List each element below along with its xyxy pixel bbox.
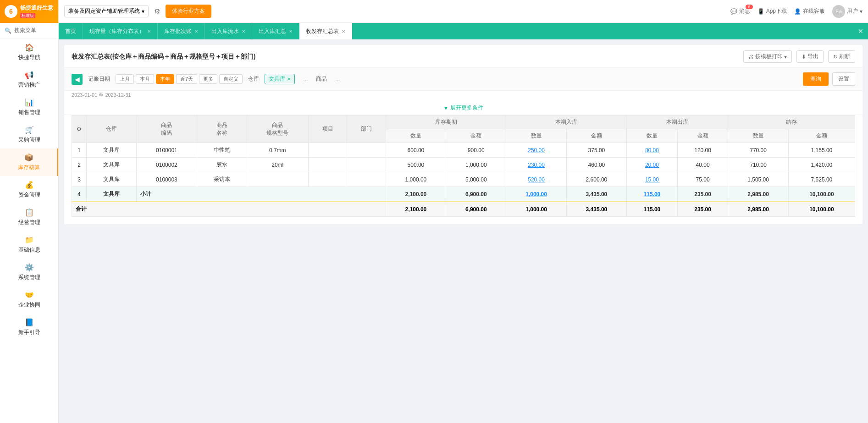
warehouse-more-dots[interactable]: ... bbox=[300, 76, 310, 82]
tab-close-all[interactable]: ✕ bbox=[853, 23, 868, 39]
row-spec: 20ml bbox=[247, 158, 308, 172]
expand-icon: ▼ bbox=[443, 105, 449, 111]
system-selector[interactable]: 装备及固定资产辅助管理系统 ▾ bbox=[64, 5, 149, 17]
row-out-qty[interactable]: 15.00 bbox=[627, 172, 678, 187]
row-open-qty: 600.00 bbox=[386, 143, 446, 158]
subtotal-in-amt: 3,435.00 bbox=[566, 187, 626, 202]
online-service-btn[interactable]: 👤 在线客服 bbox=[794, 7, 825, 15]
sidebar-item-inventory[interactable]: 📦 库存核算 bbox=[0, 148, 58, 176]
row-name: 采访本 bbox=[197, 172, 247, 187]
query-btn[interactable]: 查询 bbox=[803, 72, 829, 86]
row-spec: 0.7mm bbox=[247, 143, 308, 158]
sidebar: 6 畅捷通好生意 标准版 🔍 搜索菜单 🏠 快捷导航 📢 营销推广 📊 销售管理… bbox=[0, 0, 59, 423]
filter-collapse-btn[interactable]: ◀ bbox=[72, 74, 83, 85]
sidebar-search[interactable]: 🔍 搜索菜单 bbox=[0, 23, 58, 38]
table-settings-icon-header[interactable]: ⚙ bbox=[72, 115, 87, 143]
date-btn-custom[interactable]: 自定义 bbox=[219, 74, 243, 84]
finance-icon: 💰 bbox=[25, 181, 34, 189]
tab-recv-send[interactable]: 收发存汇总表 ✕ bbox=[299, 23, 352, 39]
col-header-outbound: 本期出库 bbox=[627, 115, 728, 129]
export-icon: ⬇ bbox=[802, 54, 806, 60]
purchase-icon: 🛒 bbox=[25, 126, 34, 134]
subtotal-out-qty[interactable]: 115.00 bbox=[627, 187, 678, 202]
sidebar-item-guide[interactable]: 📘 新手引导 bbox=[0, 313, 58, 341]
expand-conditions-btn[interactable]: ▼ 展开更多条件 bbox=[443, 104, 484, 112]
subtotal-open-qty: 2,100.00 bbox=[386, 187, 446, 202]
table-settings-btn[interactable]: 设置 bbox=[832, 72, 855, 86]
total-in-qty: 1,000.00 bbox=[506, 202, 566, 217]
goods-more-dots[interactable]: ... bbox=[332, 76, 343, 82]
warehouse-tag-close[interactable]: ✕ bbox=[287, 77, 291, 82]
date-btn-more[interactable]: 更多 bbox=[199, 74, 217, 84]
tab-flow[interactable]: 出入库流水 ✕ bbox=[205, 23, 252, 39]
refresh-btn[interactable]: ↻ 刷新 bbox=[828, 50, 855, 63]
row-in-amt: 2,600.00 bbox=[566, 172, 626, 187]
total-bal-amt: 10,100.00 bbox=[788, 202, 855, 217]
date-btn-7days[interactable]: 近7天 bbox=[176, 74, 197, 84]
date-btn-this-year[interactable]: 本年 bbox=[156, 74, 174, 84]
page-card: 收发存汇总表(按仓库＋商品编码＋商品＋规格型号＋项目＋部门) 🖨 按模板打印 ▾… bbox=[64, 45, 862, 224]
date-btn-last-month[interactable]: 上月 bbox=[116, 74, 134, 84]
sidebar-system-label: 系统管理 bbox=[18, 274, 40, 281]
sidebar-item-operations[interactable]: 📋 经营管理 bbox=[0, 203, 58, 231]
sidebar-item-basic[interactable]: 📁 基础信息 bbox=[0, 231, 58, 258]
table-row: 2 文具库 0100002 胶水 20ml 500.00 1,000.00 23… bbox=[72, 158, 855, 172]
total-out-amt: 235.00 bbox=[677, 202, 728, 217]
row-in-qty[interactable]: 230.00 bbox=[506, 158, 566, 172]
tab-home[interactable]: 首页 bbox=[59, 23, 83, 39]
row-out-amt: 120.00 bbox=[677, 143, 728, 158]
export-btn[interactable]: ⬇ 导出 bbox=[796, 50, 824, 63]
tab-close-batch[interactable]: ✕ bbox=[194, 29, 198, 34]
messages-btn[interactable]: 💬 消息 6 bbox=[730, 7, 750, 15]
tab-close-summary[interactable]: ✕ bbox=[289, 29, 293, 34]
tab-stock-dist[interactable]: 现存量（库存分布表） ✕ bbox=[83, 23, 158, 39]
chevron-down-icon: ▾ bbox=[142, 8, 144, 15]
subtotal-bal-qty: 2,985.00 bbox=[728, 187, 788, 202]
total-open-qty: 2,100.00 bbox=[386, 202, 446, 217]
row-out-amt: 40.00 bbox=[677, 158, 728, 172]
app-download-btn[interactable]: 📱 App下载 bbox=[757, 7, 787, 15]
tab-close-stock-dist[interactable]: ✕ bbox=[147, 29, 151, 34]
subtotal-warehouse: 文具库 bbox=[87, 187, 137, 202]
row-in-amt: 460.00 bbox=[566, 158, 626, 172]
row-in-qty[interactable]: 520.00 bbox=[506, 172, 566, 187]
tab-close-flow[interactable]: ✕ bbox=[242, 29, 245, 34]
inventory-icon: 📦 bbox=[24, 153, 33, 162]
date-btn-this-month[interactable]: 本月 bbox=[136, 74, 154, 84]
row-out-qty[interactable]: 20.00 bbox=[627, 158, 678, 172]
tab-batch[interactable]: 库存批次账 ✕ bbox=[158, 23, 205, 39]
refresh-icon: ↻ bbox=[833, 54, 838, 60]
sidebar-purchase-label: 采购管理 bbox=[18, 136, 40, 144]
sidebar-item-quicknav[interactable]: 🏠 快捷导航 bbox=[0, 38, 58, 66]
warehouse-tag-text: 文具库 bbox=[269, 75, 285, 83]
print-btn[interactable]: 🖨 按模板打印 ▾ bbox=[743, 50, 792, 63]
sidebar-marketing-label: 营销推广 bbox=[18, 81, 40, 89]
tab-summary[interactable]: 出入库汇总 ✕ bbox=[252, 23, 299, 39]
trial-button[interactable]: 体验行业方案 bbox=[166, 5, 211, 18]
sidebar-item-finance[interactable]: 💰 资金管理 bbox=[0, 176, 58, 203]
service-icon: 👤 bbox=[794, 8, 801, 15]
gear-icon[interactable]: ⚙ bbox=[154, 7, 160, 16]
row-bal-qty: 770.00 bbox=[728, 143, 788, 158]
tab-close-recv-send[interactable]: ✕ bbox=[342, 29, 345, 34]
subtotal-row: 4 文具库 小计 2,100.00 6,900.00 1,000.00 3,43… bbox=[72, 187, 855, 202]
date-buttons: 上月 本月 本年 近7天 更多 自定义 bbox=[116, 74, 243, 84]
sidebar-item-sales[interactable]: 📊 销售管理 bbox=[0, 93, 58, 121]
sidebar-item-purchase[interactable]: 🛒 采购管理 bbox=[0, 121, 58, 148]
row-out-qty[interactable]: 80.00 bbox=[627, 143, 678, 158]
sidebar-item-collab[interactable]: 🤝 企业协同 bbox=[0, 286, 58, 313]
data-table: ⚙ 仓库 商品编码 商品名称 商品规格型号 项目 部门 库存期初 本期入库 本期… bbox=[72, 115, 855, 217]
sidebar-finance-label: 资金管理 bbox=[18, 191, 40, 199]
row-in-qty[interactable]: 250.00 bbox=[506, 143, 566, 158]
user-menu[interactable]: Ea 用户 ▾ bbox=[832, 5, 862, 18]
page-title: 收发存汇总表(按仓库＋商品编码＋商品＋规格型号＋项目＋部门) bbox=[72, 53, 255, 61]
sub-header-bal-amt: 金额 bbox=[788, 129, 855, 143]
subtotal-in-qty[interactable]: 1,000.00 bbox=[506, 187, 566, 202]
sidebar-item-system[interactable]: ⚙️ 系统管理 bbox=[0, 258, 58, 286]
row-bal-amt: 7,525.00 bbox=[788, 172, 855, 187]
tab-recv-send-label: 收发存汇总表 bbox=[306, 27, 339, 35]
date-filter-label: 记账日期 bbox=[88, 75, 110, 83]
sidebar-item-marketing[interactable]: 📢 营销推广 bbox=[0, 66, 58, 93]
col-header-spec: 商品规格型号 bbox=[247, 115, 308, 143]
content-area: 收发存汇总表(按仓库＋商品编码＋商品＋规格型号＋项目＋部门) 🖨 按模板打印 ▾… bbox=[59, 39, 868, 423]
